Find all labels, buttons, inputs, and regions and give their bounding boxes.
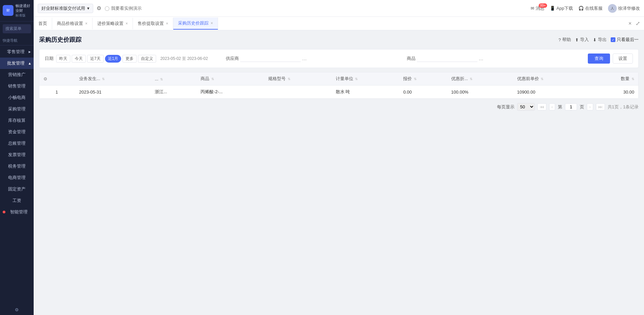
date-filter-label: 日期: [45, 56, 53, 62]
page-header: 采购历史价跟踪 ? 帮助 ⬆ 导入 ⬇ 导出 ✓ 只: [39, 36, 639, 44]
date-btn-yesterday[interactable]: 昨天: [56, 55, 70, 63]
filter-bar: 日期 昨天 今天 近7天 近1月 更多 自定义 2023-05-02 至 202…: [39, 49, 639, 68]
sidebar-item-inventory[interactable]: 库存核算: [0, 115, 34, 126]
tab-sale-price-label: 售价提取设置: [138, 21, 164, 27]
import-label: 导入: [580, 37, 589, 43]
sidebar-divider-1: [0, 45, 34, 45]
tab-history-price-label: 采购历史价跟踪: [178, 20, 209, 26]
date-btn-more[interactable]: 更多: [122, 55, 137, 63]
supplier-input[interactable]: [240, 55, 301, 62]
sort-original-price-icon: ⇅: [541, 77, 543, 81]
app-name: 畅捷通好业财: [15, 3, 31, 13]
filter-settings-button[interactable]: 设置: [613, 54, 633, 64]
topbar-settings-icon[interactable]: ⚙: [97, 5, 101, 11]
query-button[interactable]: 查询: [588, 54, 610, 64]
th-quantity-label: 数量: [621, 76, 630, 81]
tab-purchase-strategy-label: 进价策略设置: [97, 21, 123, 27]
only-last-label: 只看最后一: [617, 37, 639, 43]
message-button[interactable]: ✉ 消息 99+: [531, 5, 544, 11]
import-button[interactable]: ⬆ 导入: [575, 37, 589, 43]
search-menu-button[interactable]: 搜索菜单: [3, 24, 31, 33]
tab-purchase-strategy-close[interactable]: ×: [126, 21, 128, 26]
supplier-dots[interactable]: ...: [302, 56, 307, 62]
th-more[interactable]: ... ⇅: [151, 72, 196, 85]
help-button[interactable]: ? 帮助: [559, 37, 571, 43]
sidebar-item-wholesale[interactable]: 批发管理 ▴: [0, 58, 34, 69]
download-icon: 📱: [550, 6, 555, 11]
tab-sale-price-close[interactable]: ×: [166, 21, 168, 26]
sidebar-item-finance[interactable]: 资金管理: [0, 126, 34, 138]
table-header-row: ⚙ 业务发生... ⇅ ... ⇅ 商品 ⇅: [39, 72, 638, 85]
sidebar-item-fixed-assets[interactable]: 固定资产: [0, 183, 34, 195]
goods-input[interactable]: [417, 55, 477, 62]
tab-maximize-icon[interactable]: ⤢: [634, 20, 641, 27]
td-goods: 丙烯酸-2-...: [196, 85, 264, 99]
topbar-right-area: ✉ 消息 99+ 📱 App下载 🎧 在线客服 人 徐泽华修改: [531, 4, 640, 13]
date-range-display: 2023-05-02 至 2023-06-02: [160, 56, 208, 62]
th-original-price[interactable]: 优惠前单价 ⇅: [513, 72, 591, 85]
demo-link[interactable]: ◯ 我要看实例演示: [105, 5, 142, 11]
th-price[interactable]: 报价 ⇅: [399, 72, 447, 85]
tab-history-price-close[interactable]: ×: [211, 21, 213, 26]
user-name: 徐泽华修改: [618, 5, 640, 11]
page-title: 采购历史价跟踪: [39, 36, 81, 44]
th-quantity[interactable]: 数量 ⇅: [590, 72, 638, 85]
th-spec-label: 规格型号: [268, 76, 286, 81]
date-btn-last1month[interactable]: 近1月: [105, 55, 121, 63]
sidebar-item-general-ledger[interactable]: 总账管理: [0, 138, 34, 149]
th-spec[interactable]: 规格型号 ⇅: [264, 72, 332, 85]
tab-home[interactable]: 首页: [34, 18, 52, 29]
table-gear-icon[interactable]: ⚙: [43, 76, 47, 81]
sidebar-item-ecommerce-small[interactable]: 小畅电商: [0, 92, 34, 103]
th-goods[interactable]: 商品 ⇅: [196, 72, 264, 85]
sidebar-item-sales[interactable]: 销售管理: [0, 80, 34, 92]
user-menu[interactable]: 人 徐泽华修改: [608, 4, 640, 13]
page-number-input[interactable]: [565, 103, 577, 110]
sidebar-item-invoice[interactable]: 发票管理: [0, 149, 34, 161]
sidebar-item-marketing[interactable]: 营销推广: [0, 69, 34, 80]
page-content: 采购历史价跟踪 ? 帮助 ⬆ 导入 ⬇ 导出 ✓ 只: [34, 30, 644, 315]
date-btn-today[interactable]: 今天: [72, 55, 86, 63]
sidebar-item-ecommerce[interactable]: 电商管理: [0, 172, 34, 183]
only-last-checkbox[interactable]: ✓ 只看最后一: [611, 37, 639, 43]
sidebar: 财 畅捷通好业财 标准版 搜索菜单 快捷导航 零售管理 ▸ 批发管理 ▴ 营销推…: [0, 0, 34, 315]
sidebar-item-smart[interactable]: 智能管理: [0, 206, 34, 218]
tab-close-all-icon[interactable]: ×: [627, 20, 633, 27]
help-icon: ?: [559, 37, 561, 42]
page-prev-btn[interactable]: ‹: [549, 103, 555, 110]
page-first-btn[interactable]: ⏮: [537, 103, 546, 110]
sidebar-item-purchase[interactable]: 采购管理: [0, 103, 34, 115]
th-unit[interactable]: 计量单位 ⇅: [332, 72, 399, 85]
tab-sale-price[interactable]: 售价提取设置 ×: [133, 18, 173, 29]
page-last-btn[interactable]: ⏭: [596, 103, 605, 110]
tab-price[interactable]: 商品价格设置 ×: [52, 18, 93, 29]
table-row[interactable]: 1 2023-05-31 浙江... 丙烯酸-2-... 散水 吨 0.00 1…: [39, 85, 638, 99]
page-next-btn[interactable]: ›: [587, 103, 593, 110]
goods-filter: 商品 ...: [407, 55, 582, 62]
per-page-select[interactable]: 50 10 20 100: [517, 103, 535, 111]
export-button[interactable]: ⬇ 导出: [593, 37, 607, 43]
sidebar-item-retail[interactable]: 零售管理 ▸: [0, 46, 34, 58]
date-btn-last7[interactable]: 近7天: [87, 55, 104, 63]
sidebar-item-salary[interactable]: 工资: [0, 195, 34, 206]
online-service-button[interactable]: 🎧 在线客服: [578, 5, 603, 11]
goods-dots[interactable]: ...: [479, 56, 483, 62]
export-label: 导出: [598, 37, 607, 43]
supplier-filter: 供应商 ...: [226, 55, 401, 62]
sidebar-settings-button[interactable]: ⚙: [0, 305, 34, 315]
td-spec: [264, 85, 332, 99]
sidebar-item-tax[interactable]: 税务管理: [0, 161, 34, 172]
th-date-label: 业务发生...: [79, 76, 100, 81]
tab-history-price[interactable]: 采购历史价跟踪 ×: [173, 18, 218, 30]
th-gear[interactable]: ⚙: [39, 72, 51, 85]
th-date[interactable]: 业务发生... ⇅: [75, 72, 151, 85]
th-discount[interactable]: 优惠折... ⇅: [447, 72, 513, 85]
version-selector[interactable]: 好业财标准版交付试用 ▾: [38, 4, 93, 13]
tab-purchase-strategy[interactable]: 进价策略设置 ×: [93, 18, 133, 29]
td-more: 浙江...: [151, 85, 196, 99]
sidebar-quicknav-label[interactable]: 快捷导航: [0, 36, 34, 44]
date-btn-custom[interactable]: 自定义: [138, 55, 156, 63]
app-download-button[interactable]: 📱 App下载: [550, 5, 573, 11]
th-original-price-label: 优惠前单价: [517, 76, 539, 81]
tab-price-close[interactable]: ×: [85, 21, 87, 26]
